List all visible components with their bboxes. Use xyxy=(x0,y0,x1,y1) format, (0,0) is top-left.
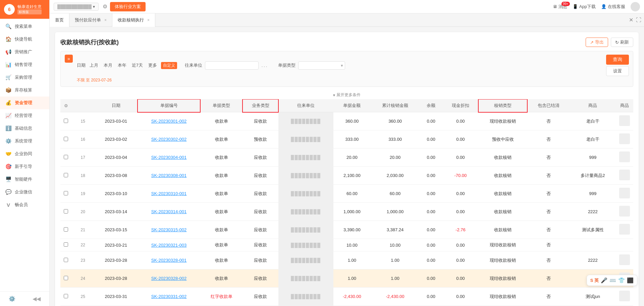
sidebar-item-capital[interactable]: 💰 资金管理 xyxy=(0,97,49,109)
row-order-no[interactable]: SK-20230310-001 xyxy=(138,185,200,203)
float-apps-icon[interactable]: ⬛ xyxy=(627,277,634,284)
date-more-btn[interactable]: 更多 xyxy=(147,62,158,69)
row-amount: 3,390.00 xyxy=(333,221,371,239)
table-row[interactable]: 182023-03-08SK-20230308-001收款单应收款███████… xyxy=(60,167,633,185)
row-checkbox[interactable] xyxy=(60,203,71,221)
row-checkbox-input[interactable] xyxy=(64,242,68,247)
row-order-no[interactable]: SK-20230315-002 xyxy=(138,221,200,239)
tab-collection[interactable]: 收款核销执行 × xyxy=(112,13,155,27)
row-order-no[interactable]: SK-20230304-001 xyxy=(138,148,200,167)
tab-expand-btn[interactable]: ⛶ xyxy=(636,17,641,23)
row-order-no[interactable]: SK-20230314-001 xyxy=(138,203,200,221)
sidebar-item-wechat[interactable]: 💬 企业微信 xyxy=(0,186,49,198)
table-row[interactable]: 192023-03-10SK-20230310-001收款单应收款███████… xyxy=(60,185,633,203)
sidebar-item-guide[interactable]: 🎯 新手引导 xyxy=(0,160,49,173)
tab-home[interactable]: 首页 xyxy=(50,13,69,27)
row-order-no[interactable]: SK-20230321-003 xyxy=(138,239,200,251)
table-row[interactable]: 232023-03-28SK-20230328-001收款单应收款███████… xyxy=(60,251,633,269)
sidebar-item-hardware[interactable]: 🖥️ 智能硬件 xyxy=(0,173,49,186)
sidebar-item-operation[interactable]: 📈 经营管理 xyxy=(0,109,49,122)
table-row[interactable]: 252023-03-31SK-20230331-002红字收款单应收款█████… xyxy=(60,288,633,306)
float-shirt-icon[interactable]: 👕 xyxy=(618,277,625,284)
row-checkbox[interactable] xyxy=(60,288,71,306)
sidebar-item-basic[interactable]: ℹ️ 基础信息 xyxy=(0,122,49,135)
sidebar-item-shortcut[interactable]: 🏠 快捷导航 xyxy=(0,33,49,46)
row-order-no[interactable]: SK-20230331-002 xyxy=(138,288,200,306)
row-order-no[interactable]: SK-20230302-002 xyxy=(138,130,200,148)
table-row[interactable]: 172023-03-04SK-20230304-001收款单应收款███████… xyxy=(60,148,633,167)
row-checkbox-input[interactable] xyxy=(64,276,68,280)
row-checkbox-input[interactable] xyxy=(64,227,68,232)
float-mic-icon[interactable]: 🎤 xyxy=(601,277,607,284)
table-row[interactable]: 222023-03-21SK-20230321-003收款单应收款███████… xyxy=(60,239,633,251)
sidebar-item-member[interactable]: V 畅会员 xyxy=(0,198,49,211)
row-checkbox[interactable] xyxy=(60,148,71,167)
table-row[interactable]: 242023-03-28SK-20230328-002收款单应收款███████… xyxy=(60,269,633,288)
sidebar-item-search[interactable]: 🔍 搜索菜单 xyxy=(0,20,49,33)
row-include-settled: 否 xyxy=(527,148,570,167)
query-btn[interactable]: 查询 xyxy=(606,55,629,65)
topbar-app-download[interactable]: 📱 App下载 xyxy=(573,4,596,10)
row-cash-discount: 0.00 xyxy=(442,288,478,306)
tab-prepay[interactable]: 预付款应付单 × xyxy=(69,13,112,27)
row-checkbox[interactable] xyxy=(60,239,71,251)
row-checkbox-input[interactable] xyxy=(64,258,68,262)
row-order-no[interactable]: SK-20230328-001 xyxy=(138,251,200,269)
row-checkbox[interactable] xyxy=(60,251,71,269)
topbar-message[interactable]: 🖥 消息 99+ xyxy=(553,4,567,10)
tab-close-btn[interactable]: ✕ xyxy=(629,17,633,23)
row-checkbox-input[interactable] xyxy=(64,191,68,195)
row-checkbox-input[interactable] xyxy=(64,137,68,141)
tab-prepay-close[interactable]: × xyxy=(104,18,107,22)
topbar-online-service[interactable]: 👤 在线客服 xyxy=(601,4,625,10)
row-checkbox[interactable] xyxy=(60,221,71,239)
row-partner: ████████ xyxy=(278,288,333,306)
partner-input[interactable] xyxy=(205,61,259,70)
export-btn[interactable]: ↗ 导出 xyxy=(586,38,608,47)
date-7days-btn[interactable]: 近7天 xyxy=(130,62,144,69)
solution-btn[interactable]: 体验行业方案 xyxy=(110,2,146,11)
settings-btn[interactable]: 设置 xyxy=(606,66,629,76)
sidebar-item-purchase[interactable]: 🛒 采购管理 xyxy=(0,71,49,84)
order-type-select[interactable] xyxy=(298,61,345,70)
date-cur-month-btn[interactable]: 本月 xyxy=(102,62,114,69)
date-custom-btn[interactable]: 自定义 xyxy=(161,62,177,69)
row-order-no[interactable]: SK-20230308-001 xyxy=(138,167,200,185)
sidebar-item-sales[interactable]: 📊 销售管理 xyxy=(0,58,49,71)
row-checkbox[interactable] xyxy=(60,112,71,130)
filter-expand-btn[interactable]: » xyxy=(65,55,73,63)
sidebar-item-inventory[interactable]: 📦 库存核算 xyxy=(0,84,49,97)
sidebar-item-marketing[interactable]: 📢 营销推广 xyxy=(0,46,49,58)
row-checkbox-input[interactable] xyxy=(64,119,68,123)
table-row[interactable]: 152023-03-01SK-20230301-002收款单应收款███████… xyxy=(60,112,633,130)
expand-more-btn[interactable]: ▾ 展开更多条件 xyxy=(60,91,633,99)
refresh-btn[interactable]: ↻ 刷新 xyxy=(611,38,633,47)
date-prev-month-btn[interactable]: 上月 xyxy=(88,62,100,69)
row-checkbox-input[interactable] xyxy=(64,173,68,177)
row-checkbox-input[interactable] xyxy=(64,294,68,298)
row-checkbox[interactable] xyxy=(60,167,71,185)
col-settings[interactable]: ⚙ xyxy=(60,99,71,112)
date-year-btn[interactable]: 本年 xyxy=(116,62,128,69)
sidebar-item-coop[interactable]: 🤝 企业协同 xyxy=(0,147,49,160)
sidebar-settings-btn[interactable]: ⚙️ xyxy=(9,296,15,302)
table-row[interactable]: 212023-03-15SK-20230315-002收款单应收款███████… xyxy=(60,221,633,239)
row-checkbox[interactable] xyxy=(60,130,71,148)
row-cash-discount: -70.00 xyxy=(442,167,478,185)
topbar-gear-icon[interactable]: ⚙ xyxy=(103,3,107,10)
topbar-selector[interactable]: ████████████ ▾ xyxy=(54,3,99,11)
user-avatar[interactable] xyxy=(631,2,640,11)
sidebar-item-system[interactable]: ⚙️ 系统管理 xyxy=(0,135,49,147)
tab-collection-close[interactable]: × xyxy=(147,18,150,22)
row-checkbox[interactable] xyxy=(60,185,71,203)
sidebar-collapse-btn[interactable]: ◀◀ xyxy=(33,296,41,302)
float-grid-icon[interactable]: ⌨️ xyxy=(609,277,616,284)
row-verified-amount: 1.00 xyxy=(371,251,420,269)
row-checkbox-input[interactable] xyxy=(64,209,68,213)
row-order-no[interactable]: SK-20230328-002 xyxy=(138,269,200,288)
row-checkbox[interactable] xyxy=(60,269,71,288)
row-order-no[interactable]: SK-20230301-002 xyxy=(138,112,200,130)
table-row[interactable]: 162023-03-02SK-20230302-002收款单预收款███████… xyxy=(60,130,633,148)
table-row[interactable]: 202023-03-14SK-20230314-001收款单应收款███████… xyxy=(60,203,633,221)
row-checkbox-input[interactable] xyxy=(64,155,68,159)
